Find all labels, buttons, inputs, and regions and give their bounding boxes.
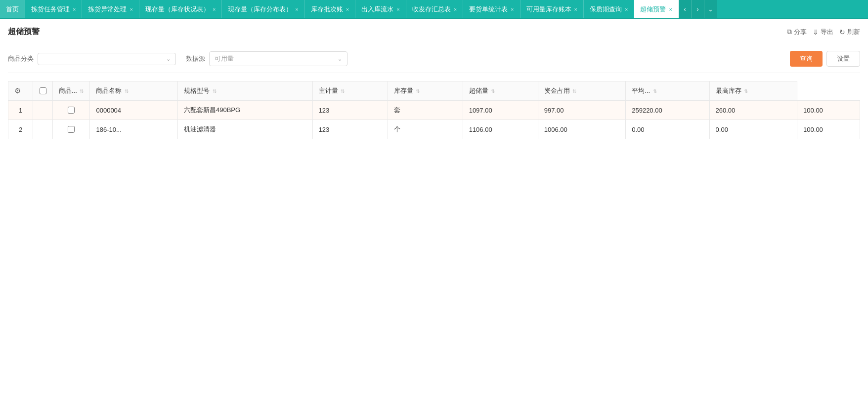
cell-max-stock: 100.00 <box>797 101 860 120</box>
header-actions: ⧉ 分享 ⇓ 导出 ↻ 刷新 <box>787 28 860 37</box>
row-checkbox[interactable] <box>68 107 75 114</box>
cell-avg: 0.00 <box>709 120 797 139</box>
datasource-select-value: 可用量 <box>215 54 234 63</box>
th-overstock[interactable]: 超储量 ⇅ <box>463 81 538 101</box>
select-all-checkbox[interactable] <box>40 87 46 94</box>
cell-max-stock: 100.00 <box>797 120 860 139</box>
nav-inout-flow[interactable]: 出入库流水 × <box>355 0 406 19</box>
cell-index: 2 <box>8 120 33 139</box>
filter-actions: 查询 设置 <box>790 51 860 67</box>
data-table: ⚙ 商品... ⇅ 商品名称 ⇅ 规格型号 ⇅ <box>8 81 860 139</box>
nav-batch-account[interactable]: 库存批次账 × <box>305 0 355 19</box>
close-icon[interactable]: × <box>625 6 628 12</box>
cell-stock: 1097.00 <box>463 101 538 120</box>
share-icon: ⧉ <box>787 28 792 36</box>
th-checkbox <box>33 81 53 101</box>
cell-spec: 123 <box>312 101 388 120</box>
cell-avg: 260.00 <box>709 101 797 120</box>
refresh-button[interactable]: ↻ 刷新 <box>839 28 860 37</box>
cell-unit: 套 <box>388 101 463 120</box>
th-avg[interactable]: 平均... ⇅ <box>626 81 709 101</box>
datasource-select[interactable]: 可用量 ⌄ <box>209 51 347 66</box>
th-unit[interactable]: 主计量 ⇅ <box>312 81 388 101</box>
category-select[interactable]: ⌄ <box>38 53 176 65</box>
filter-row: 商品分类 ⌄ 数据源 可用量 ⌄ 查询 设置 <box>8 45 860 73</box>
sort-icon: ⇅ <box>744 88 748 94</box>
cell-product-code: 0000004 <box>90 101 178 120</box>
share-button[interactable]: ⧉ 分享 <box>787 28 807 37</box>
th-max-stock[interactable]: 最高库存 ⇅ <box>709 81 797 101</box>
page-header: 超储预警 ⧉ 分享 ⇓ 导出 ↻ 刷新 <box>8 27 860 37</box>
cell-capital: 259220.00 <box>626 101 709 120</box>
cell-unit: 个 <box>388 120 463 139</box>
cell-overstock: 1006.00 <box>538 120 626 139</box>
datasource-filter-group: 数据源 可用量 ⌄ <box>186 51 347 66</box>
query-button[interactable]: 查询 <box>790 51 823 67</box>
sort-icon: ⇅ <box>416 88 420 94</box>
cell-product-code: 186-10... <box>90 120 178 139</box>
nav-next-arrow[interactable]: › <box>692 0 704 19</box>
sort-icon: ⇅ <box>653 88 657 94</box>
row-checkbox[interactable] <box>68 126 75 133</box>
table-row: 1 0000004 六配套新昌490BPG 123 套 1097.00 997.… <box>8 101 860 120</box>
close-icon[interactable]: × <box>669 6 672 12</box>
top-nav: 首页 拣货任务管理 × 拣货异常处理 × 现存量（库存状况表） × 现存量（库存… <box>0 0 868 19</box>
cell-capital: 0.00 <box>626 120 709 139</box>
cell-stock: 1106.00 <box>463 120 538 139</box>
page-title: 超储预警 <box>8 27 40 37</box>
export-button[interactable]: ⇓ 导出 <box>813 28 833 37</box>
table-row: 2 186-10... 机油滤清器 123 个 1106.00 1006.00 … <box>8 120 860 139</box>
th-spec[interactable]: 规格型号 ⇅ <box>177 81 312 101</box>
sort-icon: ⇅ <box>572 88 576 94</box>
cell-spec: 123 <box>312 120 388 139</box>
sort-icon: ⇅ <box>125 88 129 94</box>
nav-overstock[interactable]: 超储预警 × <box>634 0 678 19</box>
close-icon[interactable]: × <box>454 6 457 12</box>
th-product-code[interactable]: 商品... ⇅ <box>53 81 90 101</box>
table-body: 1 0000004 六配套新昌490BPG 123 套 1097.00 997.… <box>8 101 860 139</box>
nav-home[interactable]: 首页 <box>0 0 25 19</box>
cell-checkbox <box>53 101 90 120</box>
cell-settings <box>33 120 53 139</box>
cell-checkbox <box>53 120 90 139</box>
table-header-row: ⚙ 商品... ⇅ 商品名称 ⇅ 规格型号 ⇅ <box>8 81 860 101</box>
close-icon[interactable]: × <box>346 6 349 12</box>
close-icon[interactable]: × <box>511 6 514 12</box>
cell-overstock: 997.00 <box>538 101 626 120</box>
datasource-label: 数据源 <box>186 54 205 63</box>
nav-summary[interactable]: 收发存汇总表 × <box>406 0 463 19</box>
nav-prev-arrow[interactable]: ‹ <box>679 0 692 19</box>
nav-exception[interactable]: 拣货异常处理 × <box>82 0 139 19</box>
cell-index: 1 <box>8 101 33 120</box>
cell-product-name: 机油滤清器 <box>177 120 312 139</box>
close-icon[interactable]: × <box>73 6 76 12</box>
close-icon[interactable]: × <box>396 6 399 12</box>
nav-more-button[interactable]: ⌄ <box>704 0 717 19</box>
cell-product-name: 六配套新昌490BPG <box>177 101 312 120</box>
sort-icon: ⇅ <box>80 88 84 94</box>
close-icon[interactable]: × <box>574 6 577 12</box>
th-product-name[interactable]: 商品名称 ⇅ <box>90 81 178 101</box>
export-icon: ⇓ <box>813 28 819 36</box>
chevron-down-icon: ⌄ <box>166 56 171 62</box>
th-settings: ⚙ <box>8 81 33 101</box>
close-icon[interactable]: × <box>213 6 216 12</box>
th-stock[interactable]: 库存量 ⇅ <box>388 81 463 101</box>
nav-quality[interactable]: 保质期查询 × <box>584 0 634 19</box>
th-capital[interactable]: 资金占用 ⇅ <box>538 81 626 101</box>
chevron-down-icon: ⌄ <box>338 56 342 62</box>
gear-icon[interactable]: ⚙ <box>14 86 21 95</box>
cell-settings <box>33 101 53 120</box>
close-icon[interactable]: × <box>130 6 132 12</box>
nav-stock-dist[interactable]: 现存量（库存分布表） × <box>222 0 304 19</box>
page-container: 超储预警 ⧉ 分享 ⇓ 导出 ↻ 刷新 商品分类 ⌄ 数据源 <box>0 19 868 395</box>
nav-task-mgmt[interactable]: 拣货任务管理 × <box>25 0 82 19</box>
close-icon[interactable]: × <box>295 6 298 12</box>
sort-icon: ⇅ <box>491 88 495 94</box>
nav-avail-stock[interactable]: 可用量库存账本 × <box>521 0 584 19</box>
category-label: 商品分类 <box>8 54 34 63</box>
settings-button[interactable]: 设置 <box>826 51 860 67</box>
nav-stock-status[interactable]: 现存量（库存状况表） × <box>139 0 222 19</box>
refresh-icon: ↻ <box>839 28 845 36</box>
nav-order-stats[interactable]: 要货单统计表 × <box>463 0 520 19</box>
